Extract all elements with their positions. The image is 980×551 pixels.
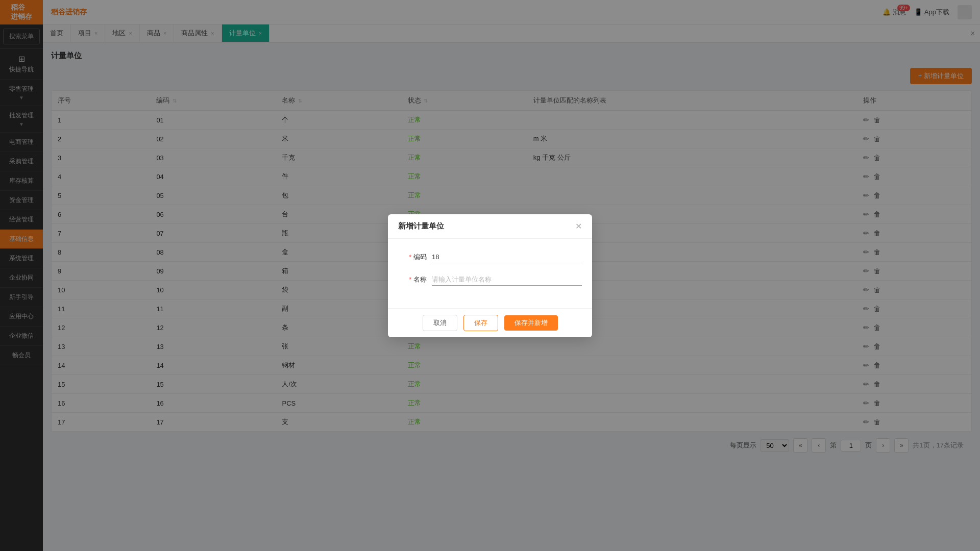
modal-title: 新增计量单位 xyxy=(398,221,444,231)
code-label: 编码 xyxy=(398,253,427,262)
name-label: 名称 xyxy=(398,275,427,284)
name-input[interactable] xyxy=(432,273,582,286)
save-and-new-button[interactable]: 保存并新增 xyxy=(504,315,558,331)
modal-header: 新增计量单位 ✕ xyxy=(388,214,592,239)
modal-body: 编码 名称 xyxy=(388,239,592,308)
modal-overlay: 新增计量单位 ✕ 编码 名称 取消 保存 保存并新增 xyxy=(0,0,980,551)
form-code-item: 编码 xyxy=(398,251,582,263)
form-name-item: 名称 xyxy=(398,273,582,286)
modal-footer: 取消 保存 保存并新增 xyxy=(388,308,592,337)
add-unit-modal: 新增计量单位 ✕ 编码 名称 取消 保存 保存并新增 xyxy=(388,214,592,337)
cancel-button[interactable]: 取消 xyxy=(423,315,457,331)
modal-close-button[interactable]: ✕ xyxy=(575,221,582,231)
code-input[interactable] xyxy=(432,251,582,263)
save-button[interactable]: 保存 xyxy=(463,315,498,331)
